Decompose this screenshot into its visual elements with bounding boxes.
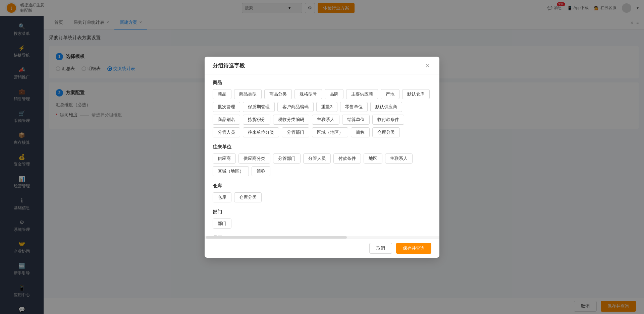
field-tag-主要供应商[interactable]: 主要供应商 [346,89,378,99]
field-tag-规格型号[interactable]: 规格型号 [294,89,322,99]
modal-dialog: 分组待选字段 ✕ 商品商品商品类型商品分类规格型号品牌主要供应商产地默认仓库批次… [205,57,439,258]
field-tag-零售单位[interactable]: 零售单位 [340,102,368,112]
field-tag-分管人员[interactable]: 分管人员 [303,153,331,164]
section-product: 商品商品商品类型商品分类规格型号品牌主要供应商产地默认仓库批次管理保质期管理客户… [213,80,431,137]
modal-cancel-button[interactable]: 取消 [369,243,392,254]
field-tag-批次管理[interactable]: 批次管理 [213,102,240,112]
field-tag-往来单位分类[interactable]: 往来单位分类 [243,127,279,137]
field-tag-简称[interactable]: 简称 [252,166,270,176]
field-tag-地区[interactable]: 地区 [364,153,382,164]
field-tag-收付款条件[interactable]: 收付款条件 [372,115,404,125]
field-tag-默认仓库[interactable]: 默认仓库 [402,89,430,99]
field-tag-保质期管理[interactable]: 保质期管理 [243,102,275,112]
field-tag-主联系人[interactable]: 主联系人 [385,153,413,164]
field-tag-拣货积分[interactable]: 拣货积分 [243,115,270,125]
modal-hscroll[interactable] [205,236,439,239]
field-tag-税收分类编码[interactable]: 税收分类编码 [273,115,309,125]
field-tag-品牌[interactable]: 品牌 [325,89,343,99]
field-tag-默认供应商[interactable]: 默认供应商 [370,102,402,112]
modal-title: 分组待选字段 [213,62,245,69]
field-tag-区域（地区）[interactable]: 区域（地区） [312,127,348,137]
field-tag-付款条件[interactable]: 付款条件 [333,153,361,164]
field-tag-供应商分类[interactable]: 供应商分类 [238,153,270,164]
field-tag-产地[interactable]: 产地 [381,89,399,99]
field-tag-部门[interactable]: 部门 [213,218,231,229]
field-tag-结算单位[interactable]: 结算单位 [342,115,370,125]
modal-body: 商品商品商品类型商品分类规格型号品牌主要供应商产地默认仓库批次管理保质期管理客户… [205,74,439,236]
field-tags-department: 部门 [213,218,431,229]
section-title-counterpart: 往来单位 [213,144,431,150]
field-tag-区域（地区）[interactable]: 区域（地区） [213,166,249,176]
field-tag-分管部门[interactable]: 分管部门 [282,127,309,137]
modal-close-button[interactable]: ✕ [423,62,431,70]
modal-header: 分组待选字段 ✕ [205,57,439,74]
section-title-warehouse: 仓库 [213,183,431,189]
section-title-department: 部门 [213,209,431,215]
modal-save-button[interactable]: 保存并查询 [396,243,431,254]
field-tags-warehouse: 仓库仓库分类 [213,192,431,202]
field-tag-主联系人[interactable]: 主联系人 [312,115,339,125]
section-warehouse: 仓库仓库仓库分类 [213,183,431,202]
field-tags-counterpart: 供应商供应商分类分管部门分管人员付款条件地区主联系人区域（地区）简称 [213,153,431,176]
field-tag-客户商品编码[interactable]: 客户商品编码 [277,102,314,112]
field-tag-仓库分类[interactable]: 仓库分类 [234,192,262,202]
field-tag-分管人员[interactable]: 分管人员 [213,127,240,137]
field-tag-仓库分类[interactable]: 仓库分类 [372,127,400,137]
field-tag-商品分类[interactable]: 商品分类 [264,89,292,99]
section-department: 部门部门 [213,209,431,229]
field-tag-商品别名[interactable]: 商品别名 [213,115,240,125]
section-title-product: 商品 [213,80,431,86]
field-tag-分管部门[interactable]: 分管部门 [273,153,301,164]
field-tag-商品类型[interactable]: 商品类型 [234,89,262,99]
field-tag-供应商[interactable]: 供应商 [213,153,236,164]
field-tag-简称[interactable]: 简称 [351,127,370,137]
field-tags-product: 商品商品类型商品分类规格型号品牌主要供应商产地默认仓库批次管理保质期管理客户商品… [213,89,431,137]
modal-overlay[interactable]: 分组待选字段 ✕ 商品商品商品类型商品分类规格型号品牌主要供应商产地默认仓库批次… [0,0,644,314]
modal-footer: 取消 保存并查询 [205,239,439,258]
field-tag-重量3[interactable]: 重量3 [316,102,337,112]
section-counterpart: 往来单位供应商供应商分类分管部门分管人员付款条件地区主联系人区域（地区）简称 [213,144,431,176]
field-tag-仓库[interactable]: 仓库 [213,192,231,202]
field-tag-商品[interactable]: 商品 [213,89,231,99]
